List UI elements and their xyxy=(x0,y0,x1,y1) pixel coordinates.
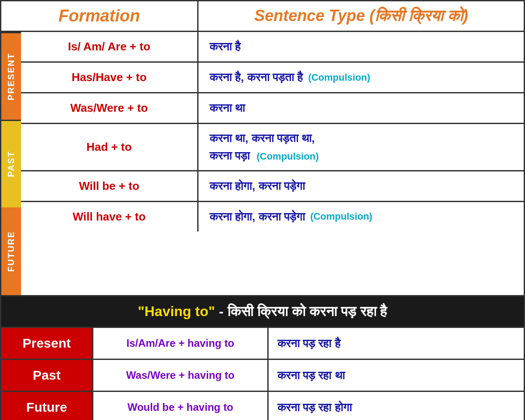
sentence-line2-wrapper: करना पड़ा (Compulsion) xyxy=(209,148,319,164)
formation-cell-6: Will have + to xyxy=(21,202,199,231)
main-table: PRESENT PAST FUTURE Is/ Am/ Are + to करन… xyxy=(1,32,524,295)
sentence-cell-1: करना है xyxy=(199,32,524,61)
sentence-cell-2: करना है, करना पड़ता है (Compulsion) xyxy=(199,63,524,92)
table-row: Will have + to करना होगा, करना पड़ेगा (C… xyxy=(21,202,524,231)
table-row: Had + to करना था, करना पड़ता था, करना पड… xyxy=(21,124,524,171)
formation-cell-4: Had + to xyxy=(21,124,199,170)
table-row: Has/Have + to करना है, करना पड़ता है (Co… xyxy=(21,63,524,93)
having-sentence-future: करना पड़ रहा होगा xyxy=(269,392,524,420)
having-tense-future: Future xyxy=(1,392,93,420)
past-label: PAST xyxy=(1,120,21,207)
having-to-white: - किसी क्रिया को करना पड़ रहा है xyxy=(215,303,387,319)
formation-cell-3: Was/Were + to xyxy=(21,93,199,123)
having-formation-future: Would be + having to xyxy=(93,392,269,420)
sentence-cell-5: करना होगा, करना पड़ेगा xyxy=(199,171,524,201)
sentence-text-2: करना है, करना पड़ता है xyxy=(209,71,303,84)
side-labels: PRESENT PAST FUTURE xyxy=(1,32,21,295)
having-present-row: Present Is/Am/Are + having to करना पड़ र… xyxy=(1,327,524,359)
formation-cell-2: Has/Have + to xyxy=(21,63,199,92)
sentence-cell-3: करना था xyxy=(199,93,524,123)
header-formation: Formation xyxy=(1,1,199,31)
having-sentence-present: करना पड़ रहा है xyxy=(269,328,524,359)
having-sentence-past: करना पड़ रहा था xyxy=(269,360,524,391)
table-row: Will be + to करना होगा, करना पड़ेगा xyxy=(21,171,524,202)
having-tense-past: Past xyxy=(1,360,93,391)
having-to-header: "Having to" - किसी क्रिया को करना पड़ रह… xyxy=(1,295,524,327)
having-to-yellow: "Having to" xyxy=(138,303,215,319)
sentence-cell-4: करना था, करना पड़ता था, करना पड़ा (Compu… xyxy=(199,124,524,170)
compulsion-label-1: (Compulsion) xyxy=(308,72,370,83)
having-tense-present: Present xyxy=(1,328,93,359)
future-label: FUTURE xyxy=(1,207,21,295)
main-container: Formation Sentence Type (किसी क्रिया को)… xyxy=(0,0,525,420)
header-sentence-type: Sentence Type (किसी क्रिया को) xyxy=(199,1,524,31)
compulsion-label-2: (Compulsion) xyxy=(256,151,319,162)
sentence-line2: करना पड़ा xyxy=(209,149,250,162)
sentence-cell-6: करना होगा, करना पड़ेगा (Compulsion) xyxy=(199,202,524,231)
formation-cell-5: Will be + to xyxy=(21,171,199,201)
table-row: Was/Were + to करना था xyxy=(21,93,524,124)
content-area: Is/ Am/ Are + to करना है Has/Have + to क… xyxy=(21,32,524,295)
having-past-row: Past Was/Were + having to करना पड़ रहा थ… xyxy=(1,359,524,391)
present-label: PRESENT xyxy=(1,32,21,120)
table-row: Is/ Am/ Are + to करना है xyxy=(21,32,524,63)
compulsion-label-3: (Compulsion) xyxy=(310,211,372,222)
sentence-line1: करना था, करना पड़ता था, xyxy=(209,130,315,146)
formation-cell-1: Is/ Am/ Are + to xyxy=(21,32,199,61)
header-row: Formation Sentence Type (किसी क्रिया को) xyxy=(1,1,524,32)
having-future-row: Future Would be + having to करना पड़ रहा… xyxy=(1,391,524,420)
having-formation-present: Is/Am/Are + having to xyxy=(93,328,269,359)
having-to-section: "Having to" - किसी क्रिया को करना पड़ रह… xyxy=(1,295,524,420)
sentence-text-6: करना होगा, करना पड़ेगा xyxy=(209,210,305,224)
having-formation-past: Was/Were + having to xyxy=(93,360,269,391)
